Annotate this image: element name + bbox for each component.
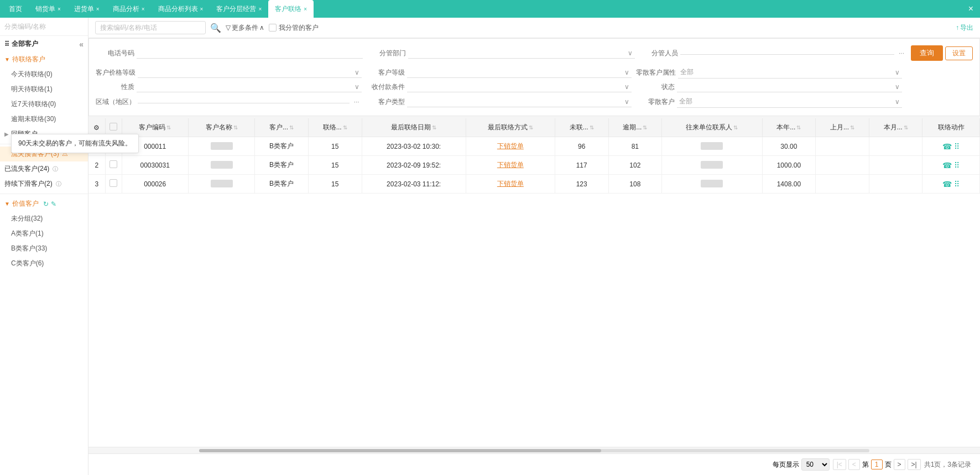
sort-icon[interactable]: ⇅: [233, 124, 238, 131]
sidebar-group-value-customers[interactable]: ▼ 价值客户 ↻ ✎: [0, 196, 88, 211]
sort-icon[interactable]: ⇅: [529, 124, 533, 131]
zero-attr-select[interactable]: 全部 ∨: [678, 66, 902, 79]
more-actions-icon[interactable]: ⠿: [954, 180, 960, 189]
sidebar-all-customers[interactable]: ⠿ 全部客户 «: [0, 36, 88, 52]
collapse-icon[interactable]: «: [79, 40, 84, 49]
close-icon[interactable]: ×: [58, 6, 61, 12]
select-all-checkbox[interactable]: [110, 123, 117, 131]
sidebar-item-today-pending[interactable]: 今天待联络(0): [0, 67, 88, 82]
tab-product-analysis[interactable]: 商品分析 ×: [106, 0, 152, 18]
contact-icon[interactable]: ☎: [942, 161, 952, 170]
tab-purchase-order[interactable]: 进货单 ×: [67, 0, 106, 18]
sort-icon[interactable]: ⇅: [289, 124, 294, 131]
close-all-tabs-button[interactable]: ×: [964, 4, 978, 14]
close-icon[interactable]: ×: [304, 6, 307, 12]
chevron-icon: ▼: [4, 201, 10, 207]
tab-customer-contact[interactable]: 客户联络 ×: [268, 0, 314, 18]
area-select[interactable]: [138, 101, 350, 103]
cust-grade-select[interactable]: ∨: [407, 67, 632, 78]
more-actions-icon[interactable]: ⠿: [954, 142, 960, 151]
zero-cust-select[interactable]: 全部 ∨: [677, 96, 902, 108]
more-icon[interactable]: ···: [352, 98, 362, 106]
info-icon: ⓘ: [53, 165, 58, 173]
more-conditions-button[interactable]: ▽ 更多条件 ∧: [226, 23, 264, 33]
close-icon[interactable]: ×: [200, 6, 204, 12]
phone-input[interactable]: [137, 48, 363, 59]
tab-customer-tier[interactable]: 客户分层经营 ×: [210, 0, 268, 18]
cust-type-select[interactable]: ∨: [407, 97, 632, 107]
sort-icon[interactable]: ⇅: [850, 124, 854, 131]
status-select[interactable]: ∨: [677, 82, 902, 92]
next-page-button[interactable]: >: [894, 459, 905, 470]
person-select[interactable]: [680, 52, 894, 55]
cell-last-date: 2023-03-02 10:30:: [362, 137, 466, 156]
payment-label: 收付款条件: [366, 82, 405, 92]
sort-icon[interactable]: ⇅: [590, 124, 594, 131]
prev-page-button[interactable]: <: [848, 459, 860, 470]
search-button[interactable]: 🔍: [210, 23, 221, 33]
zero-cust-label: 零散客户: [636, 97, 675, 107]
sidebar-item-class-a[interactable]: A类客户(1): [0, 226, 88, 241]
sidebar-group-pending[interactable]: ▼ 待联络客户: [0, 52, 88, 67]
th-name: 客户名称⇅: [188, 118, 254, 137]
advanced-filter-panel: 电话号码 分管部门 ∨ 分管人员 ···: [88, 38, 980, 116]
sort-icon[interactable]: ⇅: [904, 124, 908, 131]
export-button[interactable]: ↑ 导出: [956, 23, 973, 33]
tab-sales-order[interactable]: 销货单 ×: [29, 0, 67, 18]
more-actions-icon[interactable]: ⠿: [954, 161, 960, 170]
edit-icon[interactable]: ✎: [51, 200, 56, 208]
row-checkbox[interactable]: [110, 160, 117, 168]
contact-icon[interactable]: ☎: [942, 142, 952, 151]
tab-product-analysis-list[interactable]: 商品分析列表 ×: [152, 0, 210, 18]
cell-contact-count: 15: [308, 175, 362, 194]
cell-overdue: 108: [608, 175, 662, 194]
last-page-button[interactable]: >|: [908, 459, 921, 470]
nature-select[interactable]: ∨: [137, 82, 362, 92]
my-customers-checkbox[interactable]: 我分管的客户: [269, 23, 319, 33]
close-icon[interactable]: ×: [96, 6, 100, 12]
chevron-down-icon: ∨: [895, 98, 900, 106]
chevron-down-icon: ∨: [628, 49, 633, 57]
row-checkbox[interactable]: [110, 179, 117, 187]
sidebar-item-class-b[interactable]: B类客户(33): [0, 241, 88, 256]
contact-icon[interactable]: ☎: [942, 180, 952, 189]
first-page-button[interactable]: |<: [833, 459, 846, 470]
category-search-input[interactable]: [4, 23, 87, 30]
sidebar-item-declining[interactable]: 持续下滑客户(2) ⓘ: [0, 176, 88, 191]
payment-select[interactable]: ∨: [407, 82, 632, 92]
query-button[interactable]: 查询: [911, 45, 943, 61]
dept-field: 分管部门 ∨: [367, 48, 634, 59]
cell-last-method[interactable]: 下销货单: [466, 156, 555, 175]
cell-checkbox[interactable]: [105, 175, 122, 194]
cell-last-method[interactable]: 下销货单: [466, 175, 555, 194]
sort-icon[interactable]: ⇅: [733, 124, 738, 131]
sort-icon[interactable]: ⇅: [343, 124, 347, 131]
cell-checkbox[interactable]: [105, 156, 122, 175]
search-input[interactable]: [95, 21, 206, 34]
settings-button[interactable]: 设置: [945, 46, 973, 60]
refresh-icon[interactable]: ↻: [43, 200, 49, 208]
horizontal-scrollbar[interactable]: [88, 447, 980, 453]
cell-last-method[interactable]: 下销货单: [466, 137, 555, 156]
sidebar-item-class-c[interactable]: C类客户(6): [0, 256, 88, 271]
dept-select[interactable]: ∨: [408, 48, 634, 59]
cell-this-month: [869, 156, 922, 175]
tab-home[interactable]: 首页: [2, 0, 29, 18]
more-icon[interactable]: ···: [896, 49, 906, 57]
per-page-select[interactable]: 50 100 200: [801, 458, 830, 471]
price-grade-select[interactable]: ∨: [138, 67, 362, 78]
close-icon[interactable]: ×: [258, 6, 262, 12]
sidebar-item-overdue-pending[interactable]: 逾期未联络(30): [0, 112, 88, 127]
sidebar-item-churned[interactable]: 已流失客户(24) ⓘ: [0, 161, 88, 176]
sidebar-item-ungrouped[interactable]: 未分组(32): [0, 211, 88, 226]
sort-icon[interactable]: ⇅: [166, 124, 171, 131]
sort-icon[interactable]: ⇅: [432, 124, 436, 131]
cell-type: B类客户: [255, 156, 309, 175]
sidebar-item-tomorrow-pending[interactable]: 明天待联络(1): [0, 82, 88, 97]
sidebar-item-7day-pending[interactable]: 近7天待联络(0): [0, 97, 88, 112]
checkbox-icon[interactable]: [269, 24, 277, 32]
sort-icon[interactable]: ⇅: [796, 124, 801, 131]
sort-icon[interactable]: ⇅: [643, 124, 647, 131]
close-icon[interactable]: ×: [142, 6, 145, 12]
settings-icon[interactable]: ⚙: [93, 124, 100, 132]
